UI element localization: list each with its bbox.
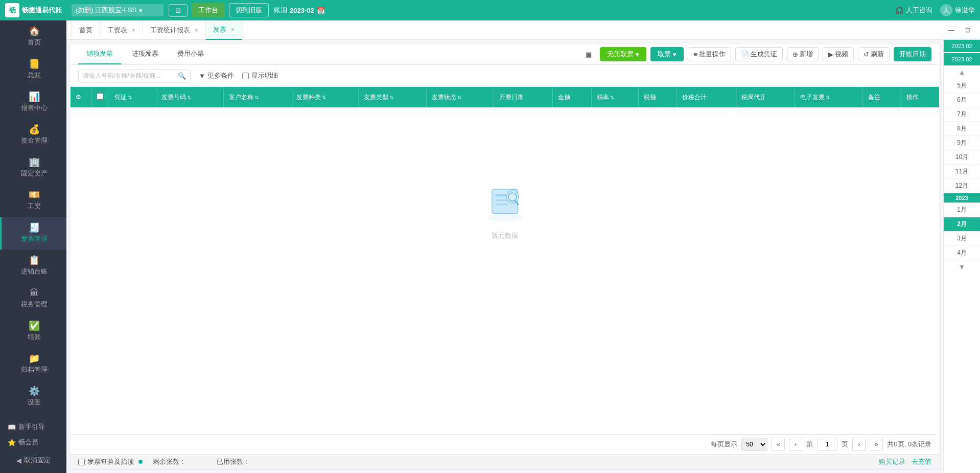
month-9[interactable]: 9月: [944, 136, 980, 150]
last-page-btn[interactable]: »: [870, 438, 883, 451]
tab-home[interactable]: 首页: [72, 20, 100, 40]
month-2[interactable]: 2月: [944, 217, 980, 232]
show-detail-check[interactable]: [242, 73, 249, 79]
next-page-btn[interactable]: ›: [852, 438, 866, 451]
sidebar-item-member[interactable]: ⭐ 畅会员: [5, 435, 61, 450]
col-tax-amount[interactable]: 税额: [638, 87, 676, 107]
month-3[interactable]: 3月: [944, 232, 980, 246]
month-6[interactable]: 6月: [944, 93, 980, 107]
sub-tab-expense[interactable]: 费用小票: [169, 44, 212, 64]
select-all-checkbox[interactable]: [97, 93, 103, 100]
collapse-sidebar-btn[interactable]: ◀ 取消固定: [5, 453, 61, 468]
video-btn[interactable]: ▶ 视频: [823, 47, 854, 61]
tab-salary-stat-close[interactable]: ×: [195, 27, 198, 34]
month-7[interactable]: 7月: [944, 107, 980, 122]
month-5[interactable]: 5月: [944, 79, 980, 93]
page-label: 页: [842, 440, 848, 449]
sidebar-item-sales[interactable]: 📋 进销台账: [0, 250, 66, 282]
month-1[interactable]: 1月: [944, 203, 980, 217]
maximize-window-btn[interactable]: ⊡: [961, 24, 975, 36]
batch-op-label: 批量操作: [699, 50, 726, 59]
filter-icon: ▼: [199, 72, 205, 80]
minimize-window-btn[interactable]: —: [944, 24, 959, 36]
sidebar-item-tax[interactable]: 🏛 税务管理: [0, 282, 66, 315]
refresh-btn[interactable]: ↺ 刷新: [858, 47, 890, 61]
col-remarks[interactable]: 备注: [862, 87, 901, 107]
add-icon: ⊕: [792, 51, 798, 58]
col-checkbox[interactable]: [91, 87, 109, 107]
get-ticket-btn[interactable]: 取票 ▾: [650, 47, 684, 61]
first-page-btn[interactable]: «: [772, 438, 785, 451]
gen-voucher-btn[interactable]: 📄 生成凭证: [735, 47, 783, 61]
sidebar-item-salary[interactable]: 💴 工资: [0, 184, 66, 217]
recharge-link[interactable]: 去充值: [912, 457, 931, 466]
more-filter-btn[interactable]: ▼ 更多条件: [195, 69, 238, 82]
calendar-icon: 📅: [317, 7, 325, 14]
month-12[interactable]: 12月: [944, 179, 980, 193]
sub-tab-sales[interactable]: 销项发票: [78, 44, 121, 64]
batch-op-btn[interactable]: ≡ 批量操作: [688, 47, 731, 61]
search-bar: 🔍 ▼ 更多条件 显示明细: [71, 65, 939, 87]
panel-up-arrow[interactable]: ▲: [944, 65, 980, 79]
sidebar-item-ledger[interactable]: 📒 总账: [0, 53, 66, 86]
per-page-select[interactable]: 50 100 200: [741, 438, 767, 451]
month-10[interactable]: 10月: [944, 150, 980, 165]
empty-state: 暂元数据: [71, 107, 939, 312]
panel-down-arrow[interactable]: ▼: [944, 260, 980, 274]
col-amount[interactable]: 金额: [553, 87, 591, 107]
search-input-wrap[interactable]: 🔍: [78, 70, 191, 82]
buy-record-link[interactable]: 购买记录: [879, 457, 905, 466]
sidebar-item-settle[interactable]: ✅ 结账: [0, 315, 66, 348]
tab-salary[interactable]: 工资表 ×: [100, 20, 143, 40]
workspace-button[interactable]: 工作台: [192, 3, 225, 17]
user-menu[interactable]: 人 徐溢华: [940, 4, 975, 16]
verify-check[interactable]: [78, 459, 85, 465]
sidebar-item-reports[interactable]: 📊 报表中心: [0, 86, 66, 119]
col-settings[interactable]: ⚙: [71, 87, 91, 107]
tab-home-label: 首页: [79, 26, 92, 35]
tab-invoice[interactable]: 发票 ×: [206, 20, 242, 40]
col-tax-total[interactable]: 价税合计: [677, 87, 736, 107]
month-11[interactable]: 11月: [944, 165, 980, 179]
col-invoice-status[interactable]: 发票状态⇅: [426, 87, 494, 107]
col-customer[interactable]: 客户名称⇅: [223, 87, 291, 107]
search-input[interactable]: [83, 72, 178, 79]
col-voucher[interactable]: 凭证⇅: [109, 87, 156, 107]
sidebar-item-assets[interactable]: 🏢 固定资产: [0, 151, 66, 184]
sidebar-item-guide[interactable]: 📖 新手引导: [5, 419, 61, 435]
show-detail-checkbox[interactable]: 显示明细: [242, 71, 278, 80]
verify-checkbox[interactable]: 发票查验及抬顶: [78, 457, 143, 466]
sidebar-item-home[interactable]: 🏠 首页: [0, 20, 66, 53]
verify-label: 发票查验及抬顶: [87, 457, 134, 466]
open-period-btn[interactable]: 开账日期: [894, 47, 931, 61]
period-header-1[interactable]: 2023.02: [944, 40, 980, 52]
sub-tab-purchase[interactable]: 进项发票: [124, 44, 167, 64]
company-selector[interactable]: (勿删) 江西股宝-LSS ▾: [72, 4, 164, 16]
tab-salary-close[interactable]: ×: [132, 27, 135, 34]
year-2023[interactable]: 2023: [944, 193, 980, 203]
col-open-date[interactable]: 开票日期: [494, 87, 553, 107]
page-input[interactable]: [817, 438, 837, 451]
support-link[interactable]: 🎧 人工咨询: [895, 6, 932, 15]
col-invoice-no[interactable]: 发票号码⇅: [156, 87, 223, 107]
add-btn[interactable]: ⊕ 新增: [787, 47, 819, 61]
col-tax-code[interactable]: 税局代开: [736, 87, 795, 107]
tab-salary-stat[interactable]: 工资统计报表 ×: [143, 20, 206, 40]
sidebar-item-settings[interactable]: ⚙️ 设置: [0, 380, 66, 413]
sidebar-item-archive[interactable]: 📁 归档管理: [0, 348, 66, 380]
col-e-invoice[interactable]: 电子发票⇅: [795, 87, 862, 107]
col-tax-rate[interactable]: 税率⇅: [591, 87, 638, 107]
period-header-2[interactable]: 2023.02: [944, 53, 980, 65]
sidebar-item-fund[interactable]: 💰 资金管理: [0, 119, 66, 151]
grid-view-btn[interactable]: ▦: [581, 49, 596, 60]
month-8[interactable]: 8月: [944, 122, 980, 136]
col-invoice-category[interactable]: 发票类型⇅: [359, 87, 426, 107]
copy-button[interactable]: ⊡: [169, 4, 188, 17]
switch-version-button[interactable]: 切到旧版: [229, 3, 269, 17]
prev-page-btn[interactable]: ‹: [789, 438, 802, 451]
col-invoice-type[interactable]: 发票种类⇅: [291, 87, 359, 107]
no-voucher-btn[interactable]: 无凭取票 ▾: [600, 47, 646, 61]
tab-invoice-close[interactable]: ×: [231, 26, 235, 33]
month-4[interactable]: 4月: [944, 246, 980, 260]
sidebar-item-invoice[interactable]: 🧾 发票管理: [0, 217, 66, 250]
